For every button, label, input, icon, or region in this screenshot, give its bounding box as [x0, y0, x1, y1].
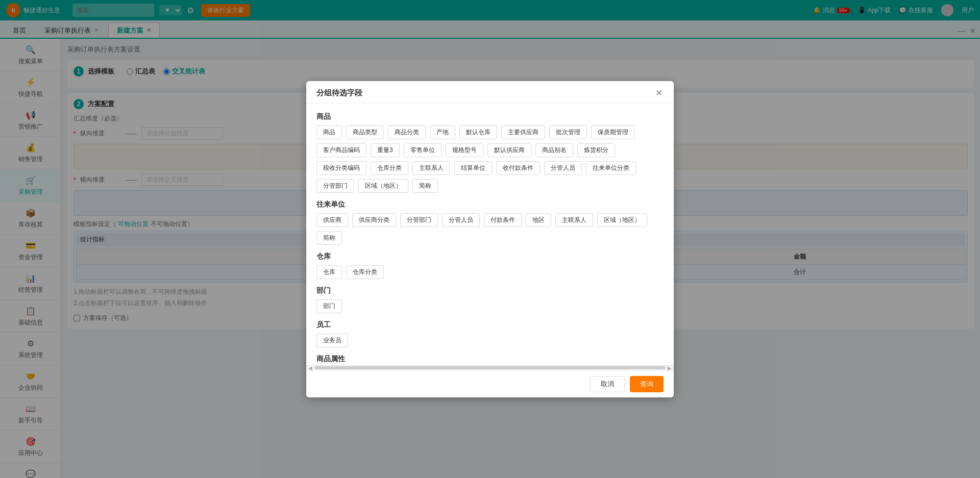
- chip-spec-model[interactable]: 规格型号: [446, 143, 483, 157]
- chip-refine-points[interactable]: 炼货积分: [577, 143, 615, 157]
- partner-chips: 供应商 供应商分类 分管部门 分管人员 付款条件 地区 主联系人 区域（地区） …: [316, 213, 664, 245]
- warehouse-chips: 仓库 仓库分类: [316, 265, 664, 279]
- chip-origin[interactable]: 产地: [430, 125, 455, 139]
- chip-area-partner[interactable]: 地区: [526, 213, 551, 227]
- section-title-warehouse: 仓库: [316, 252, 664, 261]
- section-title-dept: 部门: [316, 286, 664, 295]
- modal-header: 分组待选字段 ✕: [306, 81, 674, 104]
- chip-warehouse-category[interactable]: 仓库分类: [371, 161, 408, 175]
- chip-goods-category[interactable]: 商品分类: [388, 125, 426, 139]
- chip-supervisor[interactable]: 分管人员: [544, 161, 582, 175]
- chip-expiry-mgmt[interactable]: 保质期管理: [591, 125, 635, 139]
- chip-settlement-unit[interactable]: 结算单位: [454, 161, 492, 175]
- chip-warehouse[interactable]: 仓库: [316, 265, 342, 279]
- section-title-goods: 商品: [316, 112, 664, 121]
- chip-region-partner[interactable]: 区域（地区）: [597, 213, 647, 227]
- chip-dept-supervisor[interactable]: 分管部门: [316, 179, 354, 193]
- chip-tax-code[interactable]: 税收分类编码: [316, 161, 366, 175]
- goods-chips: 商品 商品类型 商品分类 产地 默认仓库 主要供应商 批次管理 保质期管理 客户…: [316, 125, 664, 193]
- chip-warehouse-cat[interactable]: 仓库分类: [346, 265, 384, 279]
- chip-person-partner[interactable]: 分管人员: [442, 213, 480, 227]
- cancel-button[interactable]: 取消: [590, 376, 625, 392]
- chip-supplier[interactable]: 供应商: [316, 213, 348, 227]
- hscroll-bar[interactable]: [314, 366, 666, 369]
- chip-main-supplier[interactable]: 主要供应商: [501, 125, 545, 139]
- chip-goods[interactable]: 商品: [316, 125, 342, 139]
- chip-salesperson[interactable]: 业务员: [316, 334, 348, 347]
- chip-dept[interactable]: 部门: [316, 299, 342, 313]
- chip-abbr-partner[interactable]: 简称: [316, 231, 342, 245]
- chip-payment-cond[interactable]: 付款条件: [484, 213, 522, 227]
- chip-default-supplier[interactable]: 默认供应商: [487, 143, 531, 157]
- chip-partner-category[interactable]: 往来单位分类: [586, 161, 636, 175]
- modal-title: 分组待选字段: [316, 88, 362, 98]
- modal-close-button[interactable]: ✕: [653, 88, 664, 98]
- section-title-attrs: 商品属性: [316, 355, 664, 364]
- chip-region-goods[interactable]: 区域（地区）: [358, 179, 408, 193]
- chip-dept-partner[interactable]: 分管部门: [400, 213, 438, 227]
- section-title-employee: 员工: [316, 320, 664, 330]
- modal-hscroll: ◀ ▶: [306, 365, 674, 370]
- modal-footer: 取消 查询: [306, 370, 674, 397]
- chip-supplier-category[interactable]: 供应商分类: [352, 213, 396, 227]
- employee-chips: 业务员: [316, 334, 664, 347]
- chip-main-contact[interactable]: 主联系人: [412, 161, 450, 175]
- chip-customer-code[interactable]: 客户商品编码: [316, 143, 366, 157]
- chip-batch-mgmt[interactable]: 批次管理: [549, 125, 587, 139]
- modal-body: 商品 商品 商品类型 商品分类 产地 默认仓库 主要供应商 批次管理 保质期管理…: [306, 104, 674, 365]
- confirm-button[interactable]: 查询: [630, 376, 664, 392]
- chip-main-contact-partner[interactable]: 主联系人: [555, 213, 593, 227]
- modal-overlay: 分组待选字段 ✕ 商品 商品 商品类型 商品分类 产地 默认仓库 主要供应商 批…: [0, 0, 980, 478]
- chip-payment-terms[interactable]: 收付款条件: [496, 161, 540, 175]
- section-title-partner: 往来单位: [316, 200, 664, 209]
- field-select-modal: 分组待选字段 ✕ 商品 商品 商品类型 商品分类 产地 默认仓库 主要供应商 批…: [306, 81, 674, 397]
- dept-chips: 部门: [316, 299, 664, 313]
- chip-retail-unit[interactable]: 零售单位: [404, 143, 442, 157]
- chip-default-warehouse[interactable]: 默认仓库: [459, 125, 497, 139]
- chip-abbreviation-goods[interactable]: 简称: [412, 179, 438, 193]
- chip-weight[interactable]: 重量3: [371, 143, 400, 157]
- chip-goods-alias[interactable]: 商品别名: [535, 143, 573, 157]
- chip-goods-type[interactable]: 商品类型: [346, 125, 384, 139]
